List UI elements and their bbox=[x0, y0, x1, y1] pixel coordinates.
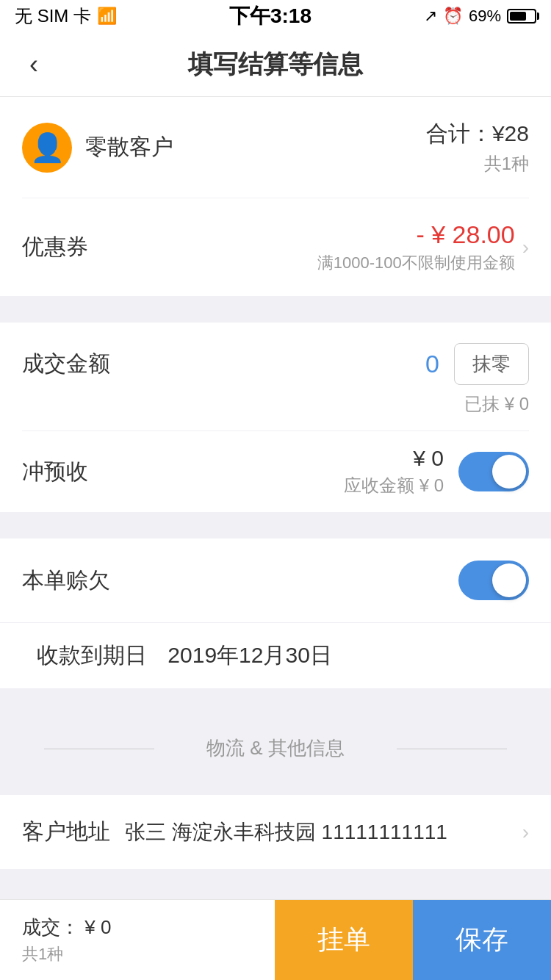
address-value: 张三 海淀永丰科技园 11111111111 bbox=[125, 818, 508, 846]
hold-order-button[interactable]: 挂单 bbox=[275, 900, 413, 981]
debt-label: 本单赊欠 bbox=[22, 566, 110, 596]
coupon-value-wrap: - ¥ 28.00 满1000-100不限制使用金额 bbox=[317, 220, 515, 274]
gray-separator-2 bbox=[0, 525, 551, 538]
bottom-count: 共1种 bbox=[22, 943, 253, 965]
coupon-description: 满1000-100不限制使用金额 bbox=[317, 252, 515, 274]
bottom-bar: 成交： ¥ 0 共1种 挂单 保存 bbox=[0, 899, 551, 980]
wifi-icon: 📶 bbox=[97, 7, 117, 26]
bottom-deal-label: 成交： ¥ 0 bbox=[22, 915, 253, 940]
toggle-knob bbox=[492, 455, 526, 489]
coupon-amount: - ¥ 28.00 bbox=[317, 220, 515, 249]
battery-icon bbox=[507, 9, 536, 24]
debt-section: 本单赊欠 收款到期日 2019年12月30日 bbox=[0, 538, 551, 688]
address-row[interactable]: 客户地址 张三 海淀永丰科技园 11111111111 › bbox=[0, 795, 551, 869]
coupon-label: 优惠券 bbox=[22, 232, 88, 262]
prepay-sub: 应收金额 ¥ 0 bbox=[344, 474, 444, 497]
deal-prefix: 成交： bbox=[22, 916, 79, 938]
amount-label: 成交金额 bbox=[22, 349, 110, 379]
nav-bar: ‹ 填写结算等信息 bbox=[0, 32, 551, 97]
coupon-arrow-icon: › bbox=[522, 236, 529, 259]
transaction-section: 成交金额 0 抹零 已抹 ¥ 0 冲预收 ¥ 0 应收金额 ¥ 0 bbox=[0, 323, 551, 512]
location-icon: ↗ bbox=[424, 7, 437, 26]
main-content: 👤 零散客户 合计：¥28 共1种 优惠券 - ¥ 28.00 满1000-10… bbox=[0, 97, 551, 970]
customer-avatar: 👤 bbox=[22, 123, 72, 173]
amount-value[interactable]: 0 bbox=[425, 350, 439, 378]
address-label: 客户地址 bbox=[22, 817, 110, 847]
prepay-value-wrap: ¥ 0 应收金额 ¥ 0 bbox=[344, 446, 444, 497]
debt-row: 本单赊欠 bbox=[0, 538, 551, 622]
coupon-right: - ¥ 28.00 满1000-100不限制使用金额 › bbox=[317, 220, 529, 274]
logistics-header: 物流 & 其他信息 bbox=[0, 715, 551, 782]
prepay-row: 冲预收 ¥ 0 应收金额 ¥ 0 bbox=[0, 431, 551, 512]
customer-right: 合计：¥28 共1种 bbox=[426, 119, 529, 176]
debt-toggle-knob bbox=[492, 563, 526, 597]
coupon-row[interactable]: 优惠券 - ¥ 28.00 满1000-100不限制使用金额 › bbox=[0, 198, 551, 296]
duedate-label: 收款到期日 bbox=[37, 643, 147, 667]
customer-name: 零散客户 bbox=[85, 132, 173, 162]
round-zero-button[interactable]: 抹零 bbox=[454, 343, 529, 385]
prepay-label: 冲预收 bbox=[22, 457, 88, 487]
prepay-right: ¥ 0 应收金额 ¥ 0 bbox=[344, 446, 529, 497]
bottom-info: 成交： ¥ 0 共1种 bbox=[0, 915, 275, 965]
duedate-value: 2019年12月30日 bbox=[168, 643, 331, 667]
logistics-section: 物流 & 其他信息 客户地址 张三 海淀永丰科技园 11111111111 › bbox=[0, 715, 551, 869]
amount-sub: 已抹 ¥ 0 bbox=[0, 392, 551, 430]
customer-count: 共1种 bbox=[426, 152, 529, 176]
prepay-value: ¥ 0 bbox=[344, 446, 444, 471]
logistics-label: 物流 & 其他信息 bbox=[206, 737, 345, 759]
customer-section: 👤 零散客户 合计：¥28 共1种 优惠券 - ¥ 28.00 满1000-10… bbox=[0, 97, 551, 296]
duedate-row: 收款到期日 2019年12月30日 bbox=[0, 622, 551, 688]
status-left: 无 SIM 卡 📶 bbox=[15, 4, 117, 28]
gray-separator-3 bbox=[0, 702, 551, 715]
debt-toggle[interactable] bbox=[458, 561, 529, 600]
amount-right: 0 抹零 bbox=[425, 343, 529, 385]
back-button[interactable]: ‹ bbox=[22, 42, 46, 87]
battery-percent: 69% bbox=[469, 7, 501, 26]
customer-left: 👤 零散客户 bbox=[22, 123, 173, 173]
customer-total: 合计：¥28 bbox=[426, 119, 529, 149]
prepay-toggle[interactable] bbox=[458, 452, 529, 491]
carrier-label: 无 SIM 卡 bbox=[15, 4, 91, 28]
gray-separator-4 bbox=[0, 782, 551, 795]
deal-amount: ¥ 0 bbox=[84, 916, 111, 938]
status-right: ↗ ⏰ 69% bbox=[424, 7, 536, 26]
customer-row: 👤 零散客户 合计：¥28 共1种 bbox=[0, 97, 551, 198]
save-button[interactable]: 保存 bbox=[413, 900, 551, 981]
address-arrow-icon: › bbox=[522, 821, 529, 844]
page-title: 填写结算等信息 bbox=[188, 48, 363, 82]
avatar-icon: 👤 bbox=[30, 131, 65, 164]
status-bar: 无 SIM 卡 📶 下午3:18 ↗ ⏰ 69% bbox=[0, 0, 551, 32]
status-time: 下午3:18 bbox=[229, 2, 311, 30]
alarm-icon: ⏰ bbox=[443, 7, 463, 26]
amount-row: 成交金额 0 抹零 bbox=[0, 323, 551, 392]
gray-separator-1 bbox=[0, 309, 551, 323]
